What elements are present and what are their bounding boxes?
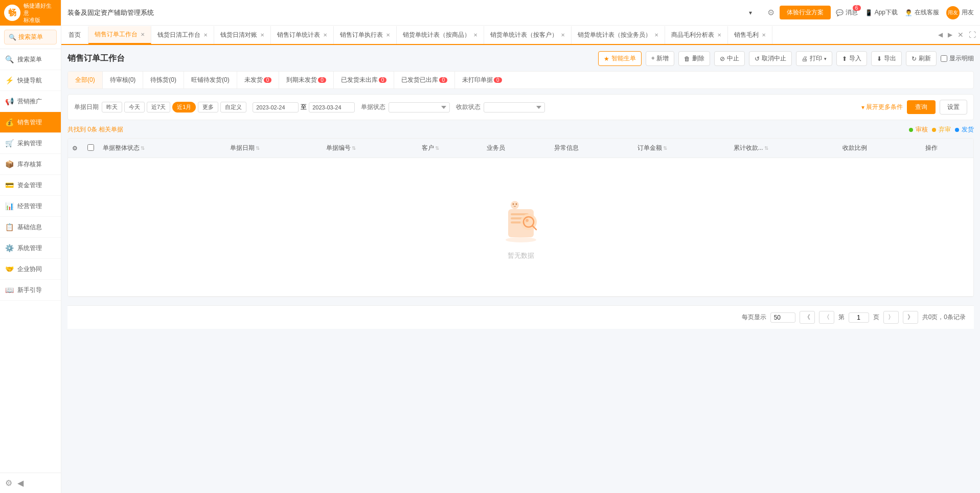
filter-tab-overdue_not_shipped[interactable]: 到期未发货0	[279, 72, 334, 88]
tab-close-icon[interactable]: ✕	[386, 32, 390, 38]
tab-sales_workbench[interactable]: 销售订单工作台✕	[88, 26, 151, 44]
sidebar-item-cooperation[interactable]: 🤝企业协同	[0, 259, 61, 280]
delete-button[interactable]: 🗑 删除	[678, 51, 710, 66]
tab-sales_exec[interactable]: 销售订单执行表✕	[334, 26, 397, 44]
export-button[interactable]: ⬇ 导出	[871, 51, 902, 66]
tab-close-icon[interactable]: ✕	[654, 32, 658, 38]
show-detail-checkbox[interactable]	[941, 55, 947, 62]
date-from-input[interactable]	[253, 102, 299, 113]
sidebar-item-operation[interactable]: 📊经营管理	[0, 196, 61, 217]
th-checkbox[interactable]	[83, 139, 99, 158]
tab-close-icon[interactable]: ✕	[473, 32, 477, 38]
tab-prev-icon[interactable]: ◀	[936, 30, 945, 39]
first-page-button[interactable]: 《	[800, 311, 815, 324]
sidebar-item-marketing[interactable]: 📢营销推广	[0, 91, 61, 112]
ship-button[interactable]: 发货	[955, 125, 974, 134]
date-btn-昨天[interactable]: 昨天	[102, 102, 122, 113]
fullscreen-icon[interactable]: ⛶	[967, 30, 978, 40]
filter-tab-shipped_out[interactable]: 已发货已出库0	[394, 72, 455, 88]
tab-cash_reconcile[interactable]: 钱货日清对账✕	[214, 26, 271, 44]
next-page-button[interactable]: 〉	[883, 311, 899, 324]
collapse-icon[interactable]: ◀	[17, 478, 24, 488]
prev-page-button[interactable]: 〈	[819, 311, 834, 324]
filter-tab-not_printed[interactable]: 未打印单据0	[455, 72, 509, 88]
filter-tab-pending_review[interactable]: 待审核(0)	[103, 72, 144, 88]
tab-close-icon[interactable]: ✕	[561, 32, 565, 38]
tab-close-icon[interactable]: ✕	[260, 32, 264, 38]
close-all-tabs-icon[interactable]: ✕	[955, 30, 966, 40]
abandon-button[interactable]: 弃审	[932, 125, 951, 134]
th-customer[interactable]: 客户⇅	[418, 139, 483, 158]
status-select[interactable]	[389, 102, 450, 113]
review-button[interactable]: 审核	[909, 125, 928, 134]
tab-sales_stat_product[interactable]: 销货单统计表（按商品）✕	[397, 26, 484, 44]
th-amount[interactable]: 订单金额⇅	[633, 139, 730, 158]
date-btn-近7天[interactable]: 近7天	[147, 102, 170, 113]
search-menu-button[interactable]: 🔍 搜索菜单	[4, 30, 57, 44]
sidebar-item-label: 资金管理	[17, 181, 42, 190]
solution-button[interactable]: 体验行业方案	[780, 6, 831, 19]
user-button[interactable]: 用友 用友	[946, 6, 974, 19]
gear-icon[interactable]: ⚙	[767, 8, 774, 17]
th-date[interactable]: 单据日期⇅	[226, 139, 322, 158]
filter-tab-not_shipped[interactable]: 未发货0	[237, 72, 280, 88]
settings-icon[interactable]: ⚙	[5, 478, 12, 488]
filter-tab-pending_check[interactable]: 待拣货(0)	[143, 72, 184, 88]
sidebar-item-basic[interactable]: 📋基础信息	[0, 217, 61, 238]
message-button[interactable]: 💬 消息 6	[836, 8, 858, 17]
filter-tab-wangpu_pending[interactable]: 旺铺待发货(0)	[184, 72, 237, 88]
smart-create-button[interactable]: ★ 智能生单	[598, 51, 642, 66]
filter-tab-all[interactable]: 全部(0)	[68, 72, 103, 88]
last-page-button[interactable]: 》	[903, 311, 918, 324]
tab-close-icon[interactable]: ✕	[203, 32, 208, 38]
tab-margin_analysis[interactable]: 商品毛利分析表✕	[665, 26, 728, 44]
filter-tab-shipped_not_warehoused[interactable]: 已发货未出库0	[334, 72, 395, 88]
select-all-checkbox[interactable]	[87, 144, 94, 151]
online-service-button[interactable]: 👨‍💼 在线客服	[905, 8, 939, 17]
print-button[interactable]: 🖨 打印 ▾	[796, 51, 832, 66]
import-button[interactable]: ⬆ 导入	[836, 51, 867, 66]
sidebar-item-quick[interactable]: ⚡快捷导航	[0, 70, 61, 91]
tab-close-icon[interactable]: ✕	[141, 32, 145, 37]
tab-close-icon[interactable]: ✕	[717, 32, 721, 38]
th-staff[interactable]: 业务员	[483, 139, 550, 158]
tab-cash_daily[interactable]: 钱货日清工作台✕	[151, 26, 214, 44]
cancel-pause-button[interactable]: ↺ 取消中止	[749, 51, 792, 66]
tab-close-icon[interactable]: ✕	[323, 32, 327, 38]
th-settings[interactable]: ⚙	[68, 139, 83, 158]
page-number-input[interactable]	[849, 312, 869, 323]
tab-next-icon[interactable]: ▶	[946, 30, 954, 39]
sidebar-item-search[interactable]: 🔍搜索菜单	[0, 49, 61, 70]
query-button[interactable]: 查询	[907, 100, 936, 114]
page-size-select[interactable]: 50 10 20 100	[770, 312, 795, 323]
tab-sales_stat[interactable]: 销售订单统计表✕	[271, 26, 334, 44]
tab-sales_profit[interactable]: 销售毛利✕	[728, 26, 772, 44]
horizontal-scrollbar[interactable]	[67, 297, 974, 305]
th-collected[interactable]: 累计收款...⇅	[730, 139, 838, 158]
sidebar-item-finance[interactable]: 💳资金管理	[0, 175, 61, 196]
date-btn-更多[interactable]: 更多	[198, 102, 218, 113]
sidebar-item-system[interactable]: ⚙️系统管理	[0, 238, 61, 259]
date-btn-自定义[interactable]: 自定义	[220, 102, 246, 113]
setting-button[interactable]: 设置	[940, 100, 967, 115]
sidebar-item-purchase[interactable]: 🛒采购管理	[0, 133, 61, 154]
sidebar-item-sales[interactable]: 💰销售管理	[0, 112, 61, 133]
app-download-button[interactable]: 📱 App下载	[865, 8, 898, 17]
pause-button[interactable]: ⊘ 中止	[714, 51, 745, 66]
th-number[interactable]: 单据编号⇅	[322, 139, 418, 158]
date-btn-近1月[interactable]: 近1月	[172, 102, 196, 113]
date-btn-今天[interactable]: 今天	[124, 102, 145, 113]
date-to-input[interactable]	[309, 102, 355, 113]
tab-sales_stat_staff[interactable]: 销货单统计表（按业务员）✕	[572, 26, 665, 44]
refresh-button[interactable]: ↻ 刷新	[906, 51, 937, 66]
payment-select[interactable]	[484, 102, 545, 113]
tab-close-icon[interactable]: ✕	[762, 32, 766, 38]
tab-sales_stat_customer[interactable]: 销货单统计表（按客户）✕	[484, 26, 572, 44]
show-detail-label[interactable]: 显示明细	[941, 54, 974, 63]
new-button[interactable]: + 新增	[646, 51, 674, 66]
system-dropdown[interactable]: ▾	[749, 9, 752, 16]
sidebar-item-stock[interactable]: 📦库存核算	[0, 154, 61, 175]
tab-home[interactable]: 首页	[61, 27, 88, 43]
sidebar-item-guide[interactable]: 📖新手引导	[0, 280, 61, 301]
expand-conditions-button[interactable]: ▾ 展开更多条件	[861, 103, 903, 111]
